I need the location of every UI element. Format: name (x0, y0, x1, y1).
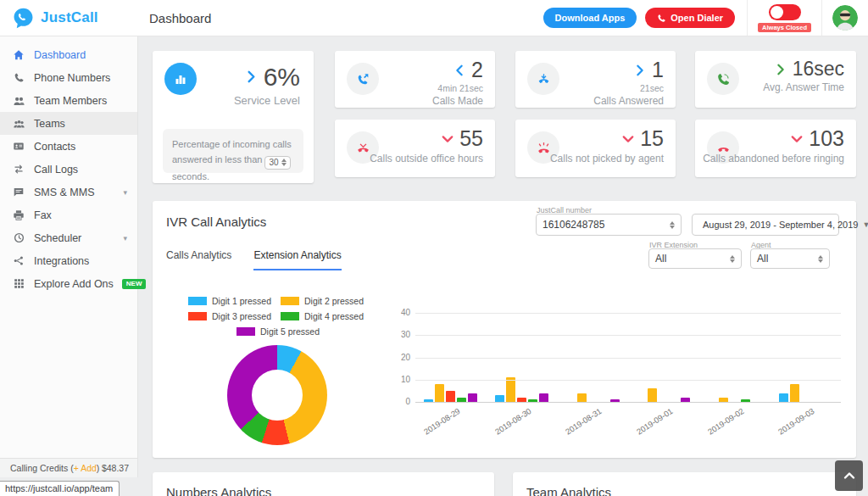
legend-swatch (188, 312, 207, 320)
x-axis-tick: 2019-09-03 (770, 403, 841, 435)
sidebar-item-contacts[interactable]: Contacts (0, 135, 137, 158)
stepper-arrows-icon (730, 255, 735, 263)
ivr-tabs: Calls Analytics Extension Analytics (166, 249, 342, 270)
avatar-image (832, 5, 858, 31)
bar-group (628, 289, 699, 402)
chart-legend: Digit 1 pressed Digit 2 pressed Digit 3 … (188, 296, 368, 337)
brand-logo[interactable]: JustCall (0, 7, 138, 30)
x-axis-tick: 2019-08-31 (557, 403, 628, 435)
y-axis-tick: 30 (392, 330, 410, 339)
sidebar-item-integrations[interactable]: Integrations (0, 249, 137, 272)
caret-down-icon: ▼ (862, 220, 868, 229)
bar (446, 391, 455, 402)
sidebar-item-label: Scheduler (34, 232, 81, 244)
ivr-extension-select[interactable]: All (648, 248, 742, 269)
ivr-panel-title: IVR Call Analytics (166, 215, 266, 229)
calls-answered-label: Calls Answered (593, 95, 664, 107)
link-status-tooltip: https://justcall.io/app/team (0, 481, 120, 496)
avg-answer-time-card: 16sec Avg. Answer Time (695, 51, 856, 108)
service-level-value: 6% (264, 63, 300, 91)
gridline (415, 380, 841, 381)
calls-answered-duration: 21sec (593, 83, 664, 93)
justcall-number-select[interactable]: 16106248785 (536, 214, 682, 236)
sidebar-item-label: Phone Numbers (34, 72, 110, 84)
legend-swatch (236, 327, 255, 336)
service-level-card: 6% Service Level Percentage of incoming … (153, 51, 314, 183)
numbers-analytics-panel: Numbers Analytics (153, 472, 494, 496)
calls-answered-card: 1 21sec Calls Answered (515, 51, 676, 108)
calls-not-picked-card: 15 Calls not picked by agent (515, 120, 676, 177)
date-range-value: August 29, 2019 - September 4, 2019 (703, 220, 858, 230)
sidebar-item-team-members[interactable]: Team Members (0, 89, 137, 112)
bar-chart-icon (164, 63, 197, 95)
toggle-knob (771, 6, 783, 19)
x-axis-tick: 2019-08-30 (487, 403, 558, 435)
trend-up-icon (245, 70, 258, 83)
chevron-down-icon: ▾ (123, 234, 127, 242)
bar (495, 395, 504, 402)
x-axis-tick: 2019-08-29 (415, 403, 487, 435)
agent-value: All (757, 253, 768, 265)
scroll-to-top-button[interactable] (835, 460, 863, 491)
calling-credits-label: Calling Credits (+ Add) (10, 463, 99, 473)
donut-chart (227, 345, 327, 445)
bar-chart: 403020100 2019-08-29 2019-08-30 2019-08-… (392, 289, 846, 435)
y-axis-tick: 10 (392, 375, 410, 384)
credits-amount: $48.37 (102, 463, 129, 473)
calls-made-card: 2 4min 21sec Calls Made (335, 51, 495, 108)
bar-groups (415, 289, 841, 402)
seconds-stepper[interactable]: 30 (264, 156, 290, 170)
ivr-call-analytics-panel: IVR Call Analytics JustCall number 16106… (153, 201, 856, 458)
legend-swatch (281, 312, 299, 320)
availability-toggle[interactable] (769, 4, 801, 20)
user-avatar[interactable] (832, 5, 858, 31)
sidebar-item-scheduler[interactable]: Scheduler ▾ (0, 226, 137, 249)
sidebar-item-phone-numbers[interactable]: Phone Numbers (0, 66, 137, 89)
bar (790, 384, 799, 402)
calls-abandoned-card: 103 Calls abandoned before ringing (695, 120, 856, 177)
tab-calls-analytics[interactable]: Calls Analytics (166, 249, 231, 270)
sidebar-item-sms-mms[interactable]: SMS & MMS ▾ (0, 181, 137, 203)
page-title: Dashboard (149, 11, 211, 25)
calls-answered-value: 1 (652, 59, 664, 82)
bar (539, 393, 548, 403)
outgoing-call-icon (347, 63, 379, 95)
phone-icon (12, 72, 25, 83)
calls-outside-label: Calls outside office hours (370, 153, 483, 164)
chevron-down-icon: ▾ (123, 188, 127, 197)
bar (577, 393, 587, 403)
trend-left-icon (453, 64, 465, 76)
stepper-arrows-icon (281, 159, 287, 166)
integrations-icon (12, 255, 25, 266)
calls-made-value: 2 (471, 59, 483, 82)
bar (779, 393, 788, 403)
sidebar-item-call-logs[interactable]: Call Logs (0, 158, 137, 181)
team-analytics-title: Team Analytics (526, 485, 611, 496)
agent-select[interactable]: All (750, 248, 830, 269)
legend-item: Digit 1 pressed (188, 296, 275, 306)
add-credits-link[interactable]: + Add (74, 463, 97, 473)
calls-abandoned-value: 103 (809, 127, 844, 151)
sidebar-item-fax[interactable]: Fax (0, 203, 137, 226)
calls-made-duration: 4min 21sec (432, 83, 483, 93)
avg-answer-time-value: 16sec (793, 59, 844, 80)
calls-not-picked-value: 15 (640, 127, 664, 151)
sidebar-item-teams[interactable]: Teams (0, 112, 137, 135)
trend-down-icon (622, 133, 634, 145)
new-badge: NEW (122, 279, 147, 289)
sidebar-item-label: Teams (34, 118, 65, 130)
numbers-analytics-title: Numbers Analytics (166, 485, 271, 496)
sidebar-item-explore-add-ons[interactable]: Explore Add Ons NEW (0, 272, 137, 295)
open-dialer-button[interactable]: Open Dialer (645, 8, 735, 28)
sidebar-item-label: Team Members (34, 95, 107, 107)
download-apps-button[interactable]: Download Apps (543, 8, 637, 28)
legend-swatch (281, 297, 299, 305)
tab-extension-analytics[interactable]: Extension Analytics (253, 249, 341, 270)
sidebar-item-label: Dashboard (34, 49, 86, 61)
sidebar-item-dashboard[interactable]: Dashboard (0, 43, 137, 66)
gridline (415, 358, 841, 359)
phone-icon (657, 14, 666, 23)
bar (506, 377, 515, 402)
incoming-call-icon (527, 63, 559, 95)
date-range-picker[interactable]: August 29, 2019 - September 4, 2019 ▼ (692, 214, 839, 236)
